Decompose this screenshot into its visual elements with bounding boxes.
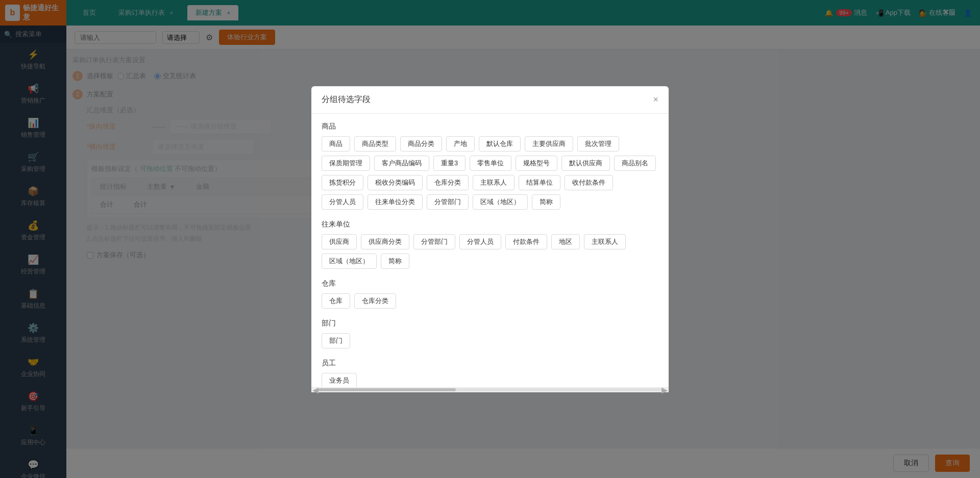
- field-group-title-3: 部门: [322, 319, 658, 328]
- modal-body: 商品商品商品类型商品分类产地默认仓库主要供应商批次管理保质期管理客户商品编码重量…: [311, 114, 669, 387]
- field-tag-1-3[interactable]: 分管人员: [459, 234, 501, 249]
- field-group-1: 往来单位供应商供应商分类分管部门分管人员付款条件地区主联系人区域（地区）简称: [322, 220, 658, 269]
- field-tag-0-23[interactable]: 区域（地区）: [473, 194, 528, 210]
- field-group-title-4: 员工: [322, 359, 658, 368]
- field-tag-0-10[interactable]: 零售单位: [470, 156, 511, 171]
- field-tag-0-12[interactable]: 默认供应商: [561, 156, 610, 171]
- field-tag-0-2[interactable]: 商品分类: [400, 136, 442, 152]
- field-tag-0-24[interactable]: 简称: [532, 194, 560, 210]
- field-tag-2-1[interactable]: 仓库分类: [354, 293, 396, 309]
- modal-header: 分组待选字段 ×: [311, 86, 669, 114]
- hscroll-left-arrow[interactable]: ◀: [312, 385, 318, 395]
- field-tag-0-18[interactable]: 结算单位: [519, 175, 560, 190]
- field-tag-0-19[interactable]: 收付款条件: [565, 175, 613, 190]
- field-tag-1-8[interactable]: 简称: [381, 254, 409, 269]
- field-tag-1-2[interactable]: 分管部门: [413, 234, 455, 249]
- field-tags-1: 供应商供应商分类分管部门分管人员付款条件地区主联系人区域（地区）简称: [322, 234, 658, 269]
- field-group-0: 商品商品商品类型商品分类产地默认仓库主要供应商批次管理保质期管理客户商品编码重量…: [322, 122, 658, 210]
- field-group-2: 仓库仓库仓库分类: [322, 279, 658, 309]
- field-tag-0-6[interactable]: 批次管理: [577, 136, 619, 152]
- field-tag-1-4[interactable]: 付款条件: [505, 234, 547, 249]
- hscroll-right-arrow[interactable]: ▶: [662, 385, 668, 395]
- field-tag-0-1[interactable]: 商品类型: [354, 136, 396, 152]
- field-tag-3-0[interactable]: 部门: [322, 333, 350, 348]
- field-tag-0-9[interactable]: 重量3: [433, 156, 465, 171]
- field-tag-0-8[interactable]: 客户商品编码: [374, 156, 429, 171]
- field-group-title-1: 往来单位: [322, 220, 658, 229]
- field-group-title-0: 商品: [322, 122, 658, 131]
- field-group-3: 部门部门: [322, 319, 658, 348]
- field-tag-1-7[interactable]: 区域（地区）: [322, 254, 377, 269]
- field-tag-0-22[interactable]: 分管部门: [427, 194, 469, 210]
- field-tag-1-0[interactable]: 供应商: [322, 234, 357, 249]
- field-tag-0-15[interactable]: 税收分类编码: [368, 175, 423, 190]
- field-tag-0-5[interactable]: 主要供应商: [525, 136, 573, 152]
- field-tags-3: 部门: [322, 333, 658, 348]
- field-tags-4: 业务员: [322, 373, 658, 387]
- modal-overlay: 分组待选字段 × 商品商品商品类型商品分类产地默认仓库主要供应商批次管理保质期管…: [0, 0, 980, 478]
- field-group-title-2: 仓库: [322, 279, 658, 288]
- field-tag-2-0[interactable]: 仓库: [322, 293, 350, 309]
- field-tag-4-0[interactable]: 业务员: [322, 373, 357, 387]
- field-tags-2: 仓库仓库分类: [322, 293, 658, 309]
- field-tag-1-1[interactable]: 供应商分类: [361, 234, 409, 249]
- field-tag-0-21[interactable]: 往来单位分类: [368, 194, 423, 210]
- field-tag-0-16[interactable]: 仓库分类: [427, 175, 469, 190]
- modal-horizontal-scrollbar[interactable]: ◀ ▶: [311, 387, 669, 392]
- field-tag-1-6[interactable]: 主联系人: [584, 234, 626, 249]
- field-tag-0-0[interactable]: 商品: [322, 136, 350, 152]
- field-group-4: 员工业务员: [322, 359, 658, 387]
- field-tag-0-11[interactable]: 规格型号: [516, 156, 557, 171]
- field-tag-0-17[interactable]: 主联系人: [473, 175, 514, 190]
- field-tag-0-20[interactable]: 分管人员: [322, 194, 363, 210]
- field-tag-1-5[interactable]: 地区: [551, 234, 580, 249]
- modal-title: 分组待选字段: [322, 94, 371, 105]
- field-tag-0-3[interactable]: 产地: [446, 136, 475, 152]
- hscroll-thumb: [318, 388, 456, 391]
- field-tag-0-14[interactable]: 拣货积分: [322, 175, 363, 190]
- field-tag-0-13[interactable]: 商品别名: [614, 156, 656, 171]
- field-tag-0-7[interactable]: 保质期管理: [322, 156, 370, 171]
- field-select-modal: 分组待选字段 × 商品商品商品类型商品分类产地默认仓库主要供应商批次管理保质期管…: [311, 86, 669, 392]
- modal-close-button[interactable]: ×: [653, 94, 658, 105]
- hscroll-track: [318, 388, 662, 391]
- field-tags-0: 商品商品类型商品分类产地默认仓库主要供应商批次管理保质期管理客户商品编码重量3零…: [322, 136, 658, 210]
- field-tag-0-4[interactable]: 默认仓库: [479, 136, 521, 152]
